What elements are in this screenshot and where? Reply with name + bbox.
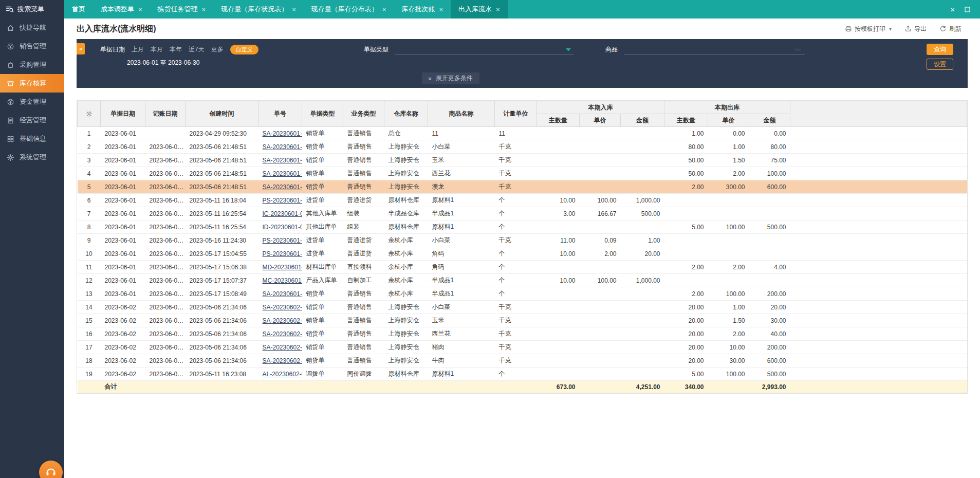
table-row[interactable]: 18 2023-06-02 2023-06-0… 2023-05-06 21:3… — [78, 354, 967, 367]
date-option-last-7-days[interactable]: 近7天 — [189, 45, 205, 54]
col-header-acct-date[interactable]: 记账日期 — [145, 101, 186, 127]
tab-stock-distribution[interactable]: 现存量（库存分布表）× — [304, 0, 394, 19]
table-row[interactable]: 5 2023-06-01 2023-06-0… 2023-05-06 21:48… — [78, 180, 967, 194]
table-row[interactable]: 6 2023-06-01 2023-06-0… 2023-05-11 16:18… — [78, 194, 967, 207]
table-row[interactable]: 7 2023-06-01 2023-06-0… 2023-05-11 16:25… — [78, 207, 967, 220]
col-header-doc-no[interactable]: 单号 — [258, 101, 302, 127]
col-header-out-price[interactable]: 单价 — [708, 114, 749, 127]
col-header-product[interactable]: 商品名称 — [428, 101, 495, 127]
cell-unit: 个 — [495, 194, 537, 207]
date-option-more[interactable]: 更多 — [211, 45, 224, 54]
export-button[interactable]: 导出 — [898, 25, 933, 33]
tab-layout-icon[interactable] — [964, 6, 971, 13]
table-row[interactable]: 9 2023-06-01 2023-06-0… 2023-05-16 11:24… — [78, 234, 967, 247]
cell-warehouse: 上海静安仓 — [384, 354, 428, 367]
doc-no-link[interactable]: MD-20230601-0 — [263, 264, 302, 271]
col-header-warehouse[interactable]: 仓库名称 — [384, 101, 428, 127]
tab-close-icon[interactable]: × — [382, 6, 386, 13]
doc-no-link[interactable]: IC-20230601-0 — [263, 210, 302, 217]
table-row[interactable]: 11 2023-06-01 2023-06-0… 2023-05-17 15:0… — [78, 261, 967, 274]
doc-no-link[interactable]: SA-20230601-0 — [263, 143, 302, 151]
table-row[interactable]: 10 2023-06-01 2023-06-0… 2023-05-17 15:0… — [78, 247, 967, 261]
doc-no-link[interactable]: SA-20230602-0 — [263, 344, 302, 351]
column-settings-button[interactable] — [78, 101, 101, 127]
table-row[interactable]: 4 2023-06-01 2023-06-0… 2023-05-06 21:48… — [78, 167, 967, 180]
date-option-this-year[interactable]: 本年 — [170, 45, 182, 54]
col-header-in-price[interactable]: 单价 — [580, 114, 621, 127]
doc-no-link[interactable]: SA-20230601-0 — [263, 170, 302, 177]
doc-no-link[interactable]: PS-20230601-0 — [263, 237, 302, 244]
date-range-value[interactable]: 2023-06-01 至 2023-06-30 — [127, 59, 258, 67]
col-header-in-amount[interactable]: 金额 — [621, 114, 664, 127]
sidebar-item-purchase[interactable]: 采购管理 — [0, 56, 64, 74]
table-row[interactable]: 14 2023-06-02 2023-06-0… 2023-05-06 21:3… — [78, 301, 967, 314]
col-header-doc-date[interactable]: 单据日期 — [101, 101, 145, 127]
table-row[interactable]: 15 2023-06-02 2023-06-0… 2023-05-06 21:3… — [78, 314, 967, 327]
tab-in-out-flow[interactable]: 出入库流水× — [451, 0, 508, 19]
table-row[interactable]: 1 2023-06-01 2023-04-29 09:52:30 SA-2023… — [78, 127, 967, 140]
settings-button[interactable]: 设置 — [927, 59, 953, 70]
sidebar-item-system[interactable]: 系统管理 — [0, 148, 64, 167]
collapse-filter-handle[interactable]: » — [77, 43, 85, 54]
doc-type-select[interactable] — [395, 44, 574, 55]
date-option-this-month[interactable]: 本月 — [151, 45, 163, 54]
tab-close-icon[interactable]: × — [292, 6, 296, 13]
sidebar-item-funds[interactable]: 资金管理 — [0, 93, 64, 111]
table-row[interactable]: 2 2023-06-01 2023-06-0… 2023-05-06 21:48… — [78, 140, 967, 154]
more-options-icon[interactable]: … — [795, 45, 802, 52]
table-row[interactable]: 17 2023-06-02 2023-06-0… 2023-05-06 21:3… — [78, 341, 967, 354]
tab-batch-ledger[interactable]: 库存批次账× — [394, 0, 451, 19]
tab-close-icon[interactable]: × — [496, 6, 500, 13]
doc-no-link[interactable]: SA-20230602-0 — [263, 330, 302, 338]
product-select[interactable]: … — [624, 44, 805, 55]
col-header-out-amount[interactable]: 金额 — [749, 114, 790, 127]
sidebar-item-operations[interactable]: 经营管理 — [0, 111, 64, 130]
doc-no-link[interactable]: SA-20230601-0 — [263, 290, 302, 298]
cell-in-price — [580, 127, 621, 140]
sidebar-search-menu[interactable]: 搜索菜单 — [0, 0, 64, 19]
doc-no-link[interactable]: SA-20230601-0 — [263, 157, 302, 164]
doc-no-link[interactable]: SA-20230602-0 — [263, 317, 302, 324]
tab-picking-task[interactable]: 拣货任务管理× — [150, 0, 214, 19]
col-header-unit[interactable]: 计量单位 — [495, 101, 537, 127]
tab-cost-adjustment[interactable]: 成本调整单× — [93, 0, 150, 19]
expand-more-conditions-button[interactable]: » 展开更多条件 — [422, 72, 479, 84]
sidebar-item-base-info[interactable]: 基础信息 — [0, 130, 64, 148]
cell-acct-date: 2023-06-0… — [145, 247, 186, 261]
table-row[interactable]: 3 2023-06-01 2023-06-0… 2023-05-06 21:48… — [78, 154, 967, 167]
table-row[interactable]: 12 2023-06-01 2023-06-0… 2023-05-17 15:0… — [78, 274, 967, 287]
sidebar-item-sales[interactable]: 销售管理 — [0, 37, 64, 56]
sidebar-item-inventory[interactable]: 库存核算 — [0, 74, 64, 93]
col-header-in-qty[interactable]: 主数量 — [537, 114, 580, 127]
tab-stock-status[interactable]: 现存量（库存状况表）× — [213, 0, 304, 19]
doc-no-link[interactable]: ID-20230601-0 — [263, 224, 302, 231]
doc-no-link[interactable]: SA-20230602-0 — [263, 304, 302, 311]
doc-no-link[interactable]: AL-20230602-0 — [263, 371, 302, 378]
doc-no-link[interactable]: SA-20230601-0 — [263, 183, 302, 191]
tab-home[interactable]: 首页 — [64, 0, 93, 19]
print-by-template-button[interactable]: 按模板打印 ▾ — [839, 25, 898, 33]
table-row[interactable]: 16 2023-06-02 2023-06-0… 2023-05-06 21:3… — [78, 327, 967, 341]
close-all-tabs-icon[interactable]: × — [950, 6, 955, 13]
tab-close-icon[interactable]: × — [439, 6, 443, 13]
sidebar-item-quick-nav[interactable]: 快捷导航 — [0, 19, 64, 37]
table-row[interactable]: 8 2023-06-01 2023-06-0… 2023-05-11 16:25… — [78, 220, 967, 234]
doc-no-link[interactable]: SA-20230602-0 — [263, 357, 302, 364]
col-header-biz-type[interactable]: 业务类型 — [343, 101, 384, 127]
table-row[interactable]: 13 2023-06-01 2023-06-0… 2023-05-17 15:0… — [78, 287, 967, 301]
tab-close-icon[interactable]: × — [138, 6, 142, 13]
col-header-doc-type[interactable]: 单据类型 — [302, 101, 343, 127]
date-option-custom[interactable]: 自定义 — [230, 45, 258, 54]
date-option-last-month[interactable]: 上月 — [132, 45, 144, 54]
query-button[interactable]: 查询 — [927, 44, 953, 55]
tab-close-icon[interactable]: × — [202, 6, 206, 13]
table-row[interactable]: 19 2023-06-02 2023-06-0… 2023-05-11 16:2… — [78, 367, 967, 381]
col-header-created[interactable]: 创建时间 — [186, 101, 258, 127]
main-area: 首页 成本调整单× 拣货任务管理× 现存量（库存状况表）× 现存量（库存分布表）… — [64, 0, 980, 478]
col-header-out-qty[interactable]: 主数量 — [664, 114, 708, 127]
doc-no-link[interactable]: SA-20230601-0 — [263, 130, 302, 137]
doc-no-link[interactable]: MC-20230601-0 — [263, 277, 302, 284]
refresh-button[interactable]: 刷新 — [933, 25, 968, 33]
doc-no-link[interactable]: PS-20230601-0 — [263, 250, 302, 258]
doc-no-link[interactable]: PS-20230601-0 — [263, 197, 302, 204]
